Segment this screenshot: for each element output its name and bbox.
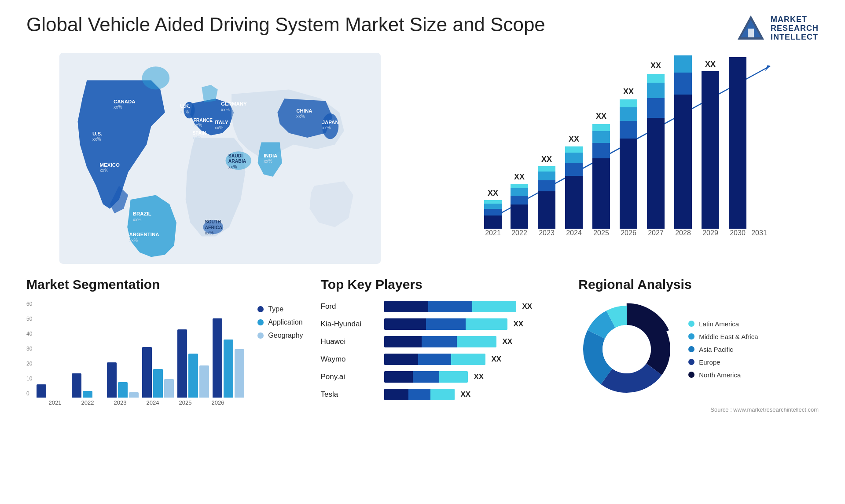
legend-asia-pacific: Asia Pacific <box>688 346 758 353</box>
svg-text:xx%: xx% <box>205 230 214 235</box>
svg-text:XX: XX <box>569 135 579 143</box>
svg-text:xx%: xx% <box>192 135 201 140</box>
legend-application: Application <box>257 318 303 326</box>
seg-bar-2021 <box>37 384 68 398</box>
svg-text:XX: XX <box>705 60 716 69</box>
svg-text:2025: 2025 <box>593 229 609 237</box>
page: Global Vehicle Aided Driving System Mark… <box>0 0 845 504</box>
svg-text:2026: 2026 <box>621 229 636 237</box>
svg-text:CANADA: CANADA <box>114 99 136 104</box>
svg-text:2028: 2028 <box>675 229 691 237</box>
svg-text:XX: XX <box>753 53 765 55</box>
bottom-section: Market Segmentation 0 10 20 30 40 50 60 <box>26 277 819 413</box>
svg-point-105 <box>603 325 651 373</box>
svg-text:2031: 2031 <box>751 229 767 237</box>
svg-text:XX: XX <box>732 53 743 55</box>
svg-rect-61 <box>565 176 583 229</box>
segmentation-title: Market Segmentation <box>26 277 303 292</box>
svg-rect-57 <box>538 172 555 180</box>
svg-rect-93 <box>729 57 746 229</box>
key-players-title: Top Key Players <box>321 277 561 292</box>
world-map-section: CANADA xx% U.S. xx% MEXICO xx% BRAZIL xx… <box>26 53 414 264</box>
svg-rect-51 <box>511 188 528 196</box>
regional-title: Regional Analysis <box>578 277 819 292</box>
seg-chart-inner: 0 10 20 30 40 50 60 <box>26 301 244 398</box>
svg-text:BRAZIL: BRAZIL <box>133 211 151 216</box>
svg-text:U.S.: U.S. <box>92 131 102 136</box>
world-map-svg: CANADA xx% U.S. xx% MEXICO xx% BRAZIL xx… <box>26 53 414 264</box>
svg-text:xx%: xx% <box>100 168 109 173</box>
svg-rect-62 <box>565 163 583 176</box>
svg-text:SAUDI: SAUDI <box>228 153 243 158</box>
svg-text:xx%: xx% <box>322 125 331 130</box>
svg-point-4 <box>142 66 170 89</box>
svg-rect-76 <box>620 99 637 107</box>
seg-bar-2026 <box>213 318 244 398</box>
svg-text:2023: 2023 <box>539 229 555 237</box>
svg-text:MEXICO: MEXICO <box>100 162 120 168</box>
logo: MARKET RESEARCH INTELLECT <box>735 13 819 44</box>
svg-text:XX: XX <box>623 87 634 96</box>
svg-rect-45 <box>484 204 502 209</box>
svg-rect-73 <box>620 139 637 229</box>
svg-rect-56 <box>538 180 555 191</box>
svg-rect-82 <box>647 74 665 83</box>
svg-text:xx%: xx% <box>114 105 122 110</box>
svg-text:AFRICA: AFRICA <box>205 225 223 230</box>
svg-text:xx%: xx% <box>221 107 230 112</box>
logo-icon <box>735 13 766 44</box>
legend-type: Type <box>257 305 303 313</box>
player-waymo: Waymo XX <box>321 354 561 365</box>
regional-legend: Latin America Middle East & Africa Asia … <box>688 320 758 379</box>
bar-chart-section: XX 2021 XX 2022 XX 2023 <box>431 53 819 264</box>
svg-rect-68 <box>592 143 610 158</box>
svg-text:xx%: xx% <box>92 137 101 142</box>
growth-chart-svg: XX 2021 XX 2022 XX 2023 <box>431 53 819 255</box>
seg-y-axis: 0 10 20 30 40 50 60 <box>26 301 32 398</box>
logo-text: MARKET RESEARCH INTELLECT <box>771 15 819 41</box>
svg-text:CHINA: CHINA <box>296 108 312 113</box>
regional-section: Regional Analysis <box>578 277 819 413</box>
svg-rect-58 <box>538 166 555 172</box>
svg-rect-86 <box>674 73 692 95</box>
svg-text:U.K.: U.K. <box>180 103 190 109</box>
svg-text:xx%: xx% <box>133 217 142 222</box>
players-list: Ford XX Kia-Hyundai <box>321 301 561 400</box>
seg-bar-2025 <box>177 329 209 398</box>
svg-text:ARGENTINA: ARGENTINA <box>129 232 159 237</box>
seg-bar-2024 <box>142 347 174 398</box>
svg-text:XX: XX <box>596 112 606 121</box>
source-text: Source : www.marketresearchintellect.com <box>578 406 819 413</box>
svg-rect-52 <box>511 184 528 188</box>
svg-text:FRANCE: FRANCE <box>193 118 212 123</box>
svg-text:INDIA: INDIA <box>264 153 277 158</box>
svg-rect-75 <box>620 107 637 121</box>
svg-text:GERMANY: GERMANY <box>221 101 247 106</box>
svg-rect-2 <box>748 29 754 37</box>
donut-chart <box>578 301 675 398</box>
legend-geography: Geography <box>257 332 303 340</box>
player-pony-ai: Pony.ai XX <box>321 371 561 383</box>
svg-rect-49 <box>511 205 528 229</box>
svg-rect-63 <box>565 153 583 163</box>
key-players-section: Top Key Players Ford XX <box>321 277 561 413</box>
svg-text:xx%: xx% <box>264 159 272 164</box>
legend-latin-america: Latin America <box>688 320 758 328</box>
seg-bar-2023 <box>107 362 139 398</box>
svg-text:XX: XX <box>650 61 661 70</box>
player-ford: Ford XX <box>321 301 561 312</box>
legend-europe: Europe <box>688 358 758 366</box>
svg-rect-80 <box>647 98 665 118</box>
svg-rect-81 <box>647 83 665 98</box>
svg-text:2030: 2030 <box>730 229 746 237</box>
svg-text:2029: 2029 <box>702 229 718 237</box>
seg-chart-with-axis: 0 10 20 30 40 50 60 <box>26 301 244 406</box>
player-tesla: Tesla XX <box>321 389 561 400</box>
player-huawei: Huawei XX <box>321 336 561 347</box>
svg-text:xx%: xx% <box>228 164 237 169</box>
svg-text:2024: 2024 <box>566 229 582 237</box>
svg-rect-87 <box>674 55 692 73</box>
page-title: Global Vehicle Aided Driving System Mark… <box>26 13 545 37</box>
svg-rect-67 <box>592 158 610 229</box>
svg-rect-44 <box>484 209 502 215</box>
